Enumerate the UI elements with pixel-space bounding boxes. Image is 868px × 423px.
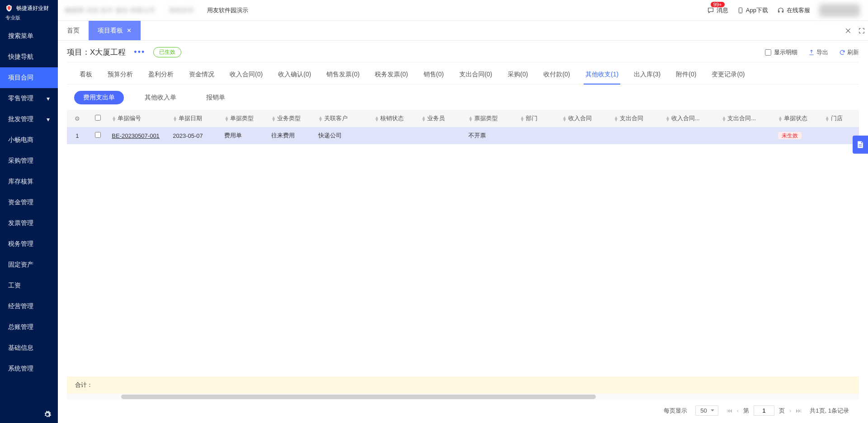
sort-icon: ▲▼: [722, 116, 726, 122]
sidebar-item-10[interactable]: 税务管理: [0, 234, 58, 254]
subtab-2[interactable]: 报销单: [197, 91, 234, 104]
section-tab-8[interactable]: 销售(0): [424, 65, 444, 84]
sidebar-item-11[interactable]: 固定资产: [0, 254, 58, 275]
horizontal-scrollbar[interactable]: [67, 394, 859, 400]
col-header-13[interactable]: ▲▼单据状态: [774, 110, 821, 127]
support-button[interactable]: 在线客服: [777, 6, 810, 14]
select-all-checkbox[interactable]: [88, 110, 108, 127]
col-header-0[interactable]: ▲▼单据编号: [108, 110, 169, 127]
sidebar-item-4[interactable]: 批发管理▾: [0, 109, 58, 130]
sort-icon: ▲▼: [112, 116, 116, 122]
sidebar-item-8[interactable]: 资金管理: [0, 192, 58, 213]
sort-icon: ▲▼: [173, 116, 177, 122]
section-tabs: 看板预算分析盈利分析资金情况收入合同(0)收入确认(0)销售发票(0)税务发票(…: [67, 62, 859, 85]
cell: [662, 127, 718, 144]
section-tab-0[interactable]: 看板: [80, 65, 92, 84]
sort-icon: ▲▼: [468, 116, 473, 122]
col-header-12[interactable]: ▲▼支出合同...: [718, 110, 774, 127]
sidebar-list: 搜索菜单快捷导航项目合同零售管理▾批发管理▾小畅电商采购管理库存核算资金管理发票…: [0, 26, 58, 379]
fullscreen-icon[interactable]: [858, 27, 865, 34]
section-tab-1[interactable]: 预算分析: [108, 65, 133, 84]
sidebar-item-2[interactable]: 项目合同: [0, 67, 58, 88]
sidebar-item-9[interactable]: 发票管理: [0, 213, 58, 234]
section-tab-4[interactable]: 收入合同(0): [230, 65, 263, 84]
sort-icon: ▲▼: [562, 116, 567, 122]
table-row[interactable]: 1BE-20230507-0012023-05-07费用单往来费用快递公司不开票…: [67, 127, 859, 144]
col-header-1[interactable]: ▲▼单据日期: [169, 110, 221, 127]
table-area: ⚙▲▼单据编号▲▼单据日期▲▼单据类型▲▼业务类型▲▼关联客户▲▼核销状态▲▼业…: [67, 110, 859, 418]
tab-0[interactable]: 首页: [58, 21, 89, 40]
sort-icon: ▲▼: [825, 116, 830, 122]
sidebar-item-0[interactable]: 搜索菜单: [0, 26, 58, 47]
last-page-icon[interactable]: ⏭: [796, 407, 802, 414]
subtab-1[interactable]: 其他收入单: [136, 91, 185, 104]
sidebar-item-13[interactable]: 经营管理: [0, 296, 58, 317]
section-tab-14[interactable]: 附件(0): [676, 65, 696, 84]
col-header-5[interactable]: ▲▼核销状态: [371, 110, 418, 127]
sidebar-item-3[interactable]: 零售管理▾: [0, 88, 58, 109]
section-tab-9[interactable]: 支出合同(0): [459, 65, 492, 84]
topbar: 畅捷通 信息 技术 股份 有限公司 用友软件 用友软件园演示 99+ 消息 Ap…: [58, 0, 868, 21]
sidebar-item-5[interactable]: 小畅电商: [0, 130, 58, 150]
col-header-2[interactable]: ▲▼单据类型: [221, 110, 268, 127]
col-header-11[interactable]: ▲▼收入合同...: [662, 110, 718, 127]
section-tab-6[interactable]: 销售发票(0): [326, 65, 359, 84]
org-context: 畅捷通 信息 技术 股份 有限公司: [62, 6, 156, 14]
sidebar-item-7[interactable]: 库存核算: [0, 171, 58, 192]
sort-icon: ▲▼: [375, 116, 379, 122]
cell: [718, 127, 774, 144]
sidebar-item-15[interactable]: 基础信息: [0, 338, 58, 358]
page-input[interactable]: [754, 405, 774, 416]
refresh-button[interactable]: 刷新: [839, 48, 859, 56]
col-header-4[interactable]: ▲▼关联客户: [315, 110, 371, 127]
export-button[interactable]: 导出: [808, 48, 828, 56]
col-header-3[interactable]: ▲▼业务类型: [268, 110, 315, 127]
per-page-select[interactable]: 50: [695, 405, 718, 416]
first-page-icon[interactable]: ⏮: [726, 407, 732, 414]
tab-1[interactable]: 项目看板✕: [89, 21, 141, 40]
sidebar-item-6[interactable]: 采购管理: [0, 150, 58, 171]
title-row: 项目：X大厦工程 ••• 已生效 显示明细 导出 刷新: [67, 47, 859, 57]
settings-gear-icon[interactable]: [43, 410, 52, 418]
tab-close-icon[interactable]: ✕: [127, 27, 132, 34]
float-action-button[interactable]: [853, 136, 868, 154]
cell: 费用单: [221, 127, 268, 144]
sidebar-item-1[interactable]: 快捷导航: [0, 47, 58, 67]
messages-button[interactable]: 99+ 消息: [707, 6, 728, 14]
next-page-icon[interactable]: ›: [789, 407, 791, 414]
message-icon: [707, 7, 714, 14]
row-checkbox[interactable]: [88, 127, 108, 144]
sidebar-item-12[interactable]: 工资: [0, 275, 58, 296]
app-root: 畅捷通好业财 专业版 搜索菜单快捷导航项目合同零售管理▾批发管理▾小畅电商采购管…: [0, 0, 868, 423]
brand-title: 畅捷通好业财: [16, 5, 49, 12]
show-detail-checkbox[interactable]: 显示明细: [765, 48, 797, 56]
section-tab-10[interactable]: 采购(0): [508, 65, 528, 84]
user-avatar[interactable]: [819, 4, 860, 17]
col-header-7[interactable]: ▲▼票据类型: [465, 110, 516, 127]
column-settings-icon[interactable]: ⚙: [67, 110, 88, 127]
section-tab-13[interactable]: 出入库(3): [634, 65, 660, 84]
close-tab-icon[interactable]: [844, 27, 852, 34]
sort-icon: ▲▼: [421, 116, 426, 122]
section-tab-3[interactable]: 资金情况: [189, 65, 214, 84]
sidebar-item-14[interactable]: 总账管理: [0, 317, 58, 338]
section-tab-2[interactable]: 盈利分析: [148, 65, 174, 84]
section-tab-7[interactable]: 税务发票(0): [375, 65, 408, 84]
col-header-14[interactable]: ▲▼门店: [821, 110, 859, 127]
section-tab-12[interactable]: 其他收支(1): [585, 65, 618, 84]
section-tab-5[interactable]: 收入确认(0): [278, 65, 311, 84]
col-header-6[interactable]: ▲▼业务员: [418, 110, 465, 127]
subtab-0[interactable]: 费用支出单: [74, 91, 124, 104]
sort-icon: ▲▼: [778, 116, 783, 122]
section-tab-11[interactable]: 收付款(0): [543, 65, 570, 84]
prev-page-icon[interactable]: ‹: [737, 407, 739, 414]
col-header-9[interactable]: ▲▼收入合同: [559, 110, 610, 127]
sidebar-item-16[interactable]: 系统管理: [0, 358, 58, 379]
section-tab-15[interactable]: 变更记录(0): [712, 65, 745, 84]
more-actions-icon[interactable]: •••: [134, 47, 145, 57]
col-header-10[interactable]: ▲▼支出合同: [610, 110, 662, 127]
app-download-button[interactable]: App下载: [737, 6, 768, 14]
chevron-down-icon: ▾: [47, 95, 50, 102]
doc-number-link[interactable]: BE-20230507-001: [112, 132, 160, 139]
col-header-8[interactable]: ▲▼部门: [516, 110, 558, 127]
